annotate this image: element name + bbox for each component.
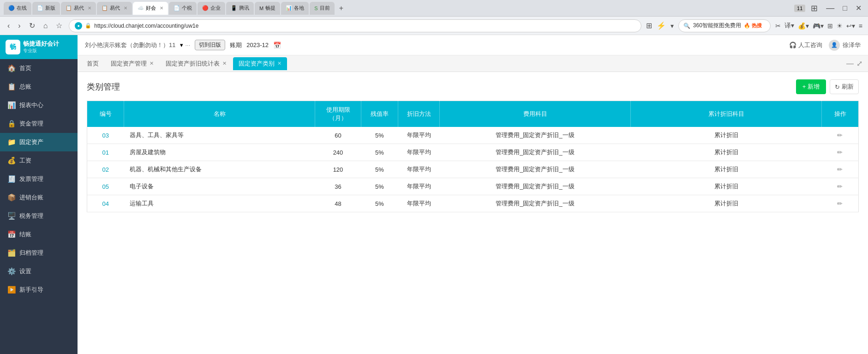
browser-tab-5[interactable]: ☁️ 好会 ✕ [133,2,168,15]
page-tab-depreciation-stat[interactable]: 固定资产折旧统计表 ✕ [160,57,232,70]
avatar: 👤 [829,40,840,51]
tab-label-2: 新版 [45,5,55,12]
browser-tab-4[interactable]: 📋 易代 ✕ [97,2,132,15]
edit-icon-1[interactable]: ✏ [837,149,843,156]
address-bar[interactable]: ● 🔒 https://cloud.chanjet.com/accounting… [69,19,641,32]
refresh-btn[interactable]: ↻ 刷新 [830,79,859,94]
edit-icon-3[interactable]: ✏ [837,183,843,190]
browser-tab-7[interactable]: 🔴 企业 [198,2,225,15]
sidebar-label-salary: 工资 [19,156,31,165]
back-btn[interactable]: ‹ [6,20,12,32]
code-link-4[interactable]: 04 [102,200,109,207]
close-browser-btn[interactable]: ✕ [853,3,864,13]
tab-label-7: 企业 [210,5,221,12]
page-tab-home[interactable]: 首页 [81,57,104,70]
consultant-btn[interactable]: 🎧 人工咨询 [789,41,822,49]
sidebar-item-ledger[interactable]: 📋 总账 [0,78,78,96]
scissors-icon[interactable]: ✂ [775,22,781,30]
sidebar-item-tax[interactable]: 🖥️ 税务管理 [0,207,78,225]
sidebar-item-salary[interactable]: 💰 工资 [0,151,78,170]
consultant-label: 人工咨询 [798,41,822,49]
invoice-icon: 🧾 [7,175,16,183]
code-link-0[interactable]: 03 [102,132,109,139]
row-2-residual: 5% [361,161,398,178]
undo-icon[interactable]: ↩▾ [846,22,855,30]
sidebar-item-purchase-sales[interactable]: 📦 进销台账 [0,188,78,207]
sidebar-item-funds[interactable]: 🔒 资金管理 [0,114,78,133]
more-options-icon[interactable]: ··· [185,42,190,48]
code-link-2[interactable]: 02 [102,166,109,173]
menu-icon[interactable]: ≡ [859,22,862,30]
grid-icon[interactable]: ⊞ [827,22,833,30]
tab-close-4[interactable]: ✕ [124,6,127,11]
close-depreciation-stat[interactable]: ✕ [222,60,227,66]
url-text: https://cloud.chanjet.com/accounting/uw1… [94,23,198,29]
sidebar-label-fixed-assets: 固定资产 [19,138,43,146]
translate-icon[interactable]: 译▾ [784,22,794,30]
browser-tab-3[interactable]: 📋 易代 ✕ [61,2,96,15]
edit-icon-2[interactable]: ✏ [837,166,843,173]
close-asset-category[interactable]: ✕ [277,60,281,66]
switch-version-btn[interactable]: 切到旧版 [195,40,225,50]
code-link-1[interactable]: 01 [102,149,109,156]
sidebar-item-fixed-assets[interactable]: 📁 固定资产 [0,133,78,151]
row-2-accum: 累计折旧 [631,161,822,178]
top-bar-left: 刘小艳演示账套（勿删勿动！）11 ▾ ··· 切到旧版 账期 2023-12 📅 [85,40,281,50]
user-profile-btn[interactable]: 👤 徐泽华 [829,40,861,51]
sidebar-label-settings: 设置 [19,267,31,276]
code-link-3[interactable]: 05 [102,183,109,190]
calendar-icon[interactable]: 📅 [273,42,281,49]
row-3-code: 05 [87,178,124,195]
qrcode-icon[interactable]: ⊞ [646,21,652,30]
close-fixed-mgmt[interactable]: ✕ [150,60,154,66]
sidebar-item-home[interactable]: 🏠 首页 [0,59,78,78]
page-tab-fixed-mgmt[interactable]: 固定资产管理 ✕ [105,57,159,70]
new-tab-btn[interactable]: + [335,2,347,14]
search-bar[interactable]: 🔍 360智能抠图免费用 🔥 热搜 [678,19,771,32]
sidebar-item-guide[interactable]: ▶️ 新手引导 [0,281,78,299]
reload-btn[interactable]: ↻ [27,19,37,32]
browser-tab-2[interactable]: 📄 新版 [32,2,60,15]
row-3-expense: 管理费用_固定资产折旧_一级 [440,178,631,195]
sidebar-item-settings[interactable]: ⚙️ 设置 [0,262,78,281]
browser-tab-1[interactable]: 🔵 在线 [4,2,31,15]
expand-btn[interactable]: ⤢ [856,59,862,68]
tab-label-10: 各地 [294,5,304,12]
row-2-name: 机器、机械和其他生产设备 [124,161,315,178]
sidebar-item-invoice[interactable]: 🧾 发票管理 [0,170,78,188]
tab-close-5[interactable]: ✕ [160,6,163,11]
period-label: 账期 [230,41,242,49]
page-tabs: 首页 固定资产管理 ✕ 固定资产折旧统计表 ✕ 固定资产类别 ✕ — ⤢ [78,55,868,72]
tab-close-3[interactable]: ✕ [88,6,91,11]
wallet-icon[interactable]: 💰▾ [798,22,809,30]
browser-tab-10[interactable]: 📊 各地 [281,2,309,15]
search-icon: 🔍 [683,23,690,29]
browser-tab-8[interactable]: 📱 腾讯 [226,2,254,15]
sidebar-item-reports[interactable]: 📊 报表中心 [0,96,78,114]
home-btn[interactable]: ⌂ [42,20,50,32]
collapse-btn[interactable]: — [846,60,854,68]
new-btn[interactable]: + 新增 [796,79,826,94]
row-4-accum: 累计折旧 [631,195,822,212]
maximize-btn[interactable]: □ [840,3,850,13]
bookmark-btn[interactable]: ☆ [54,19,64,32]
browser-tab-11[interactable]: S 目前 [310,2,334,15]
dropdown-icon[interactable]: ▾ [670,22,674,30]
sun-icon[interactable]: ☀ [837,22,843,30]
edit-icon-4[interactable]: ✏ [837,200,843,207]
sidebar-item-archive[interactable]: 🗂️ 归档管理 [0,244,78,262]
row-0-period: 60 [315,127,361,144]
browser-tab-9[interactable]: M 畅提 [255,2,280,15]
lightning-icon[interactable]: ⚡ [657,21,666,30]
page-tab-asset-category[interactable]: 固定资产类别 ✕ [233,57,287,70]
game-icon[interactable]: 🎮▾ [813,22,824,30]
tab-list-btn[interactable]: ⊞ [808,2,820,14]
dropdown-arrow[interactable]: ▾ [180,42,183,48]
forward-btn[interactable]: › [16,20,22,32]
row-1-name: 房屋及建筑物 [124,144,315,161]
edit-icon-0[interactable]: ✏ [837,132,843,139]
row-0-name: 器具、工具、家具等 [124,127,315,144]
sidebar-item-checkout[interactable]: 📅 结账 [0,225,78,244]
browser-tab-6[interactable]: 📄 个税 [169,2,197,15]
minimize-btn[interactable]: — [823,2,837,14]
